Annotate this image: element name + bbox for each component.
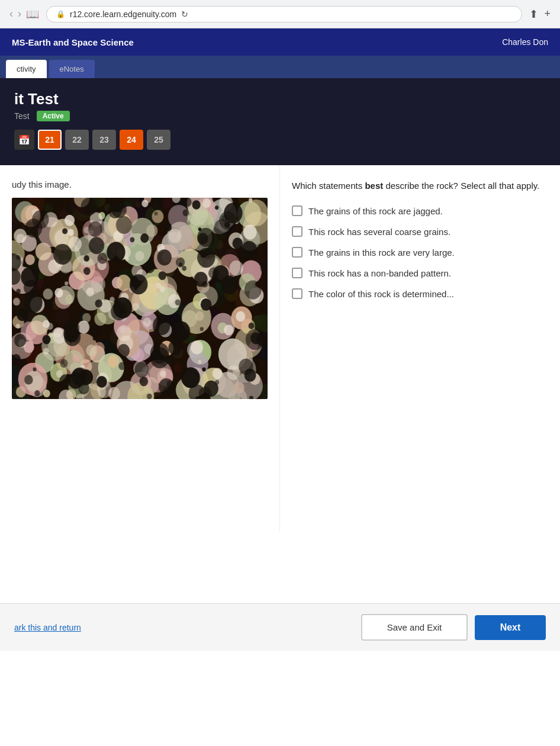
rock-image xyxy=(12,198,268,399)
url-text: r12.core.learn.edgenuity.com xyxy=(70,9,176,19)
calendar-icon: 📅 xyxy=(14,130,34,150)
checkbox-3[interactable] xyxy=(292,247,302,258)
lock-icon: 🔒 xyxy=(56,10,65,18)
bottom-bar: ark this and return Save and Exit Next xyxy=(0,603,560,651)
browser-actions: ⬆ + xyxy=(529,8,551,21)
page-title: it Test xyxy=(14,90,546,108)
option-4-text: This rock has a non-banded pattern. xyxy=(308,267,451,279)
question-right-panel: Which statements best describe the rock?… xyxy=(280,165,560,532)
add-tab-button[interactable]: + xyxy=(544,8,551,20)
option-5[interactable]: The color of this rock is determined... xyxy=(292,288,548,300)
browser-nav: ‹ › 📖 xyxy=(9,8,39,21)
option-1[interactable]: The grains of this rock are jagged. xyxy=(292,205,548,217)
question-left-panel: udy this image. xyxy=(0,165,280,532)
reload-icon[interactable]: ↻ xyxy=(181,9,188,19)
tabs-bar: ctivity eNotes xyxy=(0,56,560,78)
option-2-text: This rock has several coarse grains. xyxy=(308,226,450,238)
page-content-header: it Test Test Active 📅 21 22 23 24 25 xyxy=(0,78,560,165)
q-num-21[interactable]: 21 xyxy=(38,130,62,150)
page-subtitle-row: Test Active xyxy=(14,111,546,121)
options-list: The grains of this rock are jagged. This… xyxy=(292,205,548,300)
checkbox-4[interactable] xyxy=(292,268,302,278)
user-name: Charles Don xyxy=(502,37,548,47)
q-num-22[interactable]: 22 xyxy=(65,130,89,150)
bottom-buttons: Save and Exit Next xyxy=(361,614,546,641)
app-header: MS-Earth and Space Science Charles Don xyxy=(0,28,560,56)
tab-enotes[interactable]: eNotes xyxy=(49,60,95,78)
address-bar[interactable]: 🔒 r12.core.learn.edgenuity.com ↻ xyxy=(46,6,522,22)
option-1-text: The grains of this rock are jagged. xyxy=(308,205,443,217)
checkbox-1[interactable] xyxy=(292,205,302,216)
option-4[interactable]: This rock has a non-banded pattern. xyxy=(292,267,548,279)
question-text: Which statements best describe the rock?… xyxy=(292,179,548,193)
page-subtitle: Test xyxy=(14,111,30,121)
option-2[interactable]: This rock has several coarse grains. xyxy=(292,226,548,238)
bookmark-icon[interactable]: 📖 xyxy=(26,8,39,21)
option-3-text: The grains in this rock are very large. xyxy=(308,246,455,259)
mark-return-link[interactable]: ark this and return xyxy=(14,623,81,632)
option-5-text: The color of this rock is determined... xyxy=(308,288,454,300)
spacer xyxy=(0,532,560,603)
save-exit-button[interactable]: Save and Exit xyxy=(361,614,468,641)
q-num-24[interactable]: 24 xyxy=(120,130,143,150)
next-button[interactable]: Next xyxy=(475,615,546,640)
back-button[interactable]: ‹ xyxy=(9,8,13,20)
option-3[interactable]: The grains in this rock are very large. xyxy=(292,246,548,259)
question-nav: 📅 21 22 23 24 25 xyxy=(14,130,546,156)
q-num-23[interactable]: 23 xyxy=(92,130,116,150)
q-num-25[interactable]: 25 xyxy=(147,130,170,150)
study-instruction: udy this image. xyxy=(12,179,268,189)
app-title: MS-Earth and Space Science xyxy=(12,37,134,47)
checkbox-5[interactable] xyxy=(292,288,302,299)
question-area: udy this image. Which statements best de… xyxy=(0,165,560,532)
tab-activity[interactable]: ctivity xyxy=(6,60,47,78)
status-badge: Active xyxy=(37,111,70,121)
checkbox-2[interactable] xyxy=(292,226,302,237)
share-icon[interactable]: ⬆ xyxy=(529,8,538,21)
browser-bar: ‹ › 📖 🔒 r12.core.learn.edgenuity.com ↻ ⬆… xyxy=(0,0,560,28)
forward-button[interactable]: › xyxy=(18,8,21,20)
